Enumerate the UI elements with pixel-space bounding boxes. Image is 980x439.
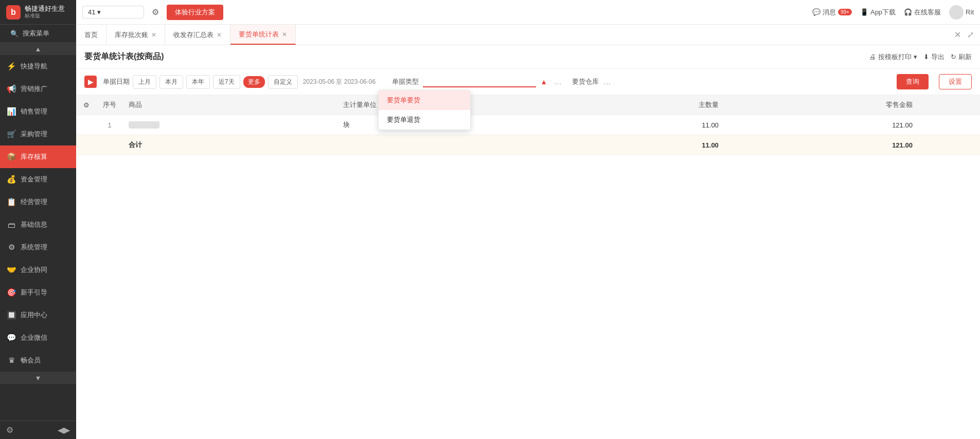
table-col-extra: [919, 95, 980, 115]
dropdown-item-requisition-order[interactable]: 要货单要货: [379, 90, 470, 110]
date-custom-button[interactable]: 自定义: [268, 75, 298, 89]
sidebar-item-sales[interactable]: 📊 销售管理: [0, 100, 76, 123]
user-avatar: [949, 5, 964, 20]
table-col-num: 序号: [97, 95, 122, 115]
tab-home-label: 首页: [84, 30, 98, 40]
export-button[interactable]: ⬇ 导出: [923, 52, 945, 62]
app-download-button[interactable]: 📱 App下载: [860, 8, 896, 17]
sidebar-scroll-down[interactable]: ▼: [0, 372, 76, 384]
table-footer-row: 合计 11.00 121.00: [76, 135, 980, 155]
messages-label: 消息: [823, 8, 836, 17]
type-select-arrow-up[interactable]: ▲: [540, 78, 547, 86]
export-icon: ⬇: [923, 53, 929, 61]
tabbar: 首页 库存批次账 ✕ 收发存汇总表 ✕ 要货单统计表 ✕ ✕ ⤢: [76, 25, 980, 45]
sidebar-item-label: 应用中心: [21, 310, 47, 320]
messages-button[interactable]: 💬 消息 99+: [812, 8, 852, 17]
sidebar-item-appstore[interactable]: 🔲 应用中心: [0, 304, 76, 326]
type-dropdown: 要货单要货 要货单退货: [378, 90, 471, 130]
date-last-7-days-button[interactable]: 近7天: [213, 75, 240, 89]
sidebar-item-label: 系统管理: [21, 243, 47, 252]
tab-close-all-button[interactable]: ✕: [952, 28, 963, 42]
footer-settings-cell: [76, 135, 97, 155]
sidebar-item-guide[interactable]: 🎯 新手引导: [0, 281, 76, 304]
filter-expand-button[interactable]: ▶: [84, 76, 97, 88]
sidebar-item-marketing[interactable]: 📢 营销推广: [0, 78, 76, 100]
sidebar-scroll-up[interactable]: ▲: [0, 43, 76, 55]
query-button[interactable]: 查询: [897, 74, 929, 89]
sidebar-item-label: 销售管理: [21, 107, 47, 116]
warehouse-more-button[interactable]: …: [603, 77, 611, 86]
trial-button[interactable]: 体验行业方案: [167, 5, 223, 20]
sidebar-item-operations[interactable]: 📋 经营管理: [0, 191, 76, 213]
topbar-left: 41 ▾ ⚙ 体验行业方案: [82, 5, 812, 20]
app-name: 畅捷通好生意: [25, 5, 65, 13]
sidebar-item-purchase[interactable]: 🛒 采购管理: [0, 123, 76, 145]
user-profile[interactable]: Rit: [949, 5, 974, 20]
inventory-icon: 📦: [6, 152, 16, 162]
sidebar-item-label: 企业微信: [21, 333, 47, 342]
sidebar-item-wechat[interactable]: 💬 企业微信: [0, 326, 76, 349]
sidebar-item-basic[interactable]: 🗃 基础信息: [0, 213, 76, 236]
footer-num-cell: [97, 135, 122, 155]
message-icon: 💬: [812, 8, 821, 16]
sidebar-item-finance[interactable]: 💰 资金管理: [0, 168, 76, 191]
search-menu[interactable]: 🔍 搜索菜单: [0, 25, 76, 43]
print-template-button[interactable]: 🖨 按模板打印 ▾: [869, 52, 917, 62]
warehouse-label: 要货仓库: [572, 77, 599, 86]
sidebar-item-inventory[interactable]: 📦 库存核算: [0, 145, 76, 168]
type-select-more[interactable]: …: [554, 77, 562, 86]
service-icon: 🎧: [904, 8, 912, 16]
printer-icon: 🖨: [869, 53, 876, 61]
dropdown-item-label: 要货单退货: [387, 116, 420, 123]
sales-icon: 📊: [6, 106, 16, 117]
date-this-month-button[interactable]: 本月: [159, 75, 183, 89]
marketing-icon: 📢: [6, 84, 16, 94]
sidebar-item-label: 库存核算: [21, 152, 47, 161]
settings-icon[interactable]: ⚙: [6, 425, 13, 435]
collapse-icon[interactable]: ◀▶: [58, 425, 70, 435]
table-col-settings[interactable]: ⚙: [76, 95, 97, 115]
company-selector[interactable]: 41 ▾: [82, 6, 144, 19]
data-table: ⚙ 序号 商品 主计量单位 主数量 零售金额 1: [76, 95, 980, 155]
row-product-cell: [122, 115, 337, 135]
sidebar-item-vip[interactable]: ♛ 畅会员: [0, 349, 76, 372]
print-dropdown-icon: ▾: [914, 53, 917, 61]
online-service-button[interactable]: 🎧 在线客服: [904, 8, 941, 17]
tab-receivable-close[interactable]: ✕: [217, 31, 222, 39]
table-wrap: ⚙ 序号 商品 主计量单位 主数量 零售金额 1: [76, 95, 980, 155]
message-badge: 99+: [838, 9, 852, 15]
page-header: 要货单统计表(按商品) 🖨 按模板打印 ▾ ⬇ 导出 ↻ 刷新: [76, 45, 980, 69]
table-settings-button[interactable]: 设置: [939, 74, 972, 89]
tab-expand-button[interactable]: ⤢: [965, 28, 976, 42]
sidebar-item-system[interactable]: ⚙ 系统管理: [0, 236, 76, 259]
filter-bar: ▶ 单据日期 上月 本月 本年 近7天 更多 自定义 2023-05-06 至 …: [76, 69, 980, 95]
online-service-label: 在线客服: [914, 8, 941, 17]
sidebar-item-label: 基础信息: [21, 220, 47, 229]
table-col-amount: 零售金额: [725, 95, 919, 115]
row-amount-cell: 121.00: [725, 115, 919, 135]
main-area: 41 ▾ ⚙ 体验行业方案 💬 消息 99+ 📱 App下载 🎧 在线客服: [76, 0, 980, 439]
sidebar-item-enterprise[interactable]: 🤝 企业协同: [0, 259, 76, 281]
topbar-gear-button[interactable]: ⚙: [148, 5, 163, 20]
type-select-label: 单据类型: [392, 77, 419, 86]
dropdown-item-requisition-return[interactable]: 要货单退货: [379, 110, 470, 130]
sidebar-item-quick-nav[interactable]: ⚡ 快捷导航: [0, 55, 76, 78]
date-last-month-button[interactable]: 上月: [133, 75, 156, 89]
company-dropdown-icon: ▾: [97, 8, 101, 16]
enterprise-icon: 🤝: [6, 265, 16, 275]
tab-requisition-stats[interactable]: 要货单统计表 ✕: [230, 25, 296, 45]
tab-receivable[interactable]: 收发存汇总表 ✕: [165, 25, 230, 45]
row-extra-cell: [919, 115, 980, 135]
tab-home[interactable]: 首页: [76, 25, 106, 45]
date-filter-group: 单据日期 上月 本月 本年 近7天 更多 自定义 2023-05-06 至 20…: [103, 75, 376, 89]
date-more-button[interactable]: 更多: [243, 76, 265, 88]
date-this-year-button[interactable]: 本年: [186, 75, 210, 89]
tab-inventory-batch-close[interactable]: ✕: [151, 31, 156, 39]
tab-requisition-stats-close[interactable]: ✕: [282, 31, 287, 38]
type-select-input[interactable]: [423, 77, 536, 87]
tab-inventory-batch[interactable]: 库存批次账 ✕: [106, 25, 165, 45]
topbar: 41 ▾ ⚙ 体验行业方案 💬 消息 99+ 📱 App下载 🎧 在线客服: [76, 0, 980, 25]
row-settings-cell: [76, 115, 97, 135]
refresh-button[interactable]: ↻ 刷新: [951, 52, 972, 62]
type-select-group: 单据类型 ▲ …: [392, 77, 562, 87]
